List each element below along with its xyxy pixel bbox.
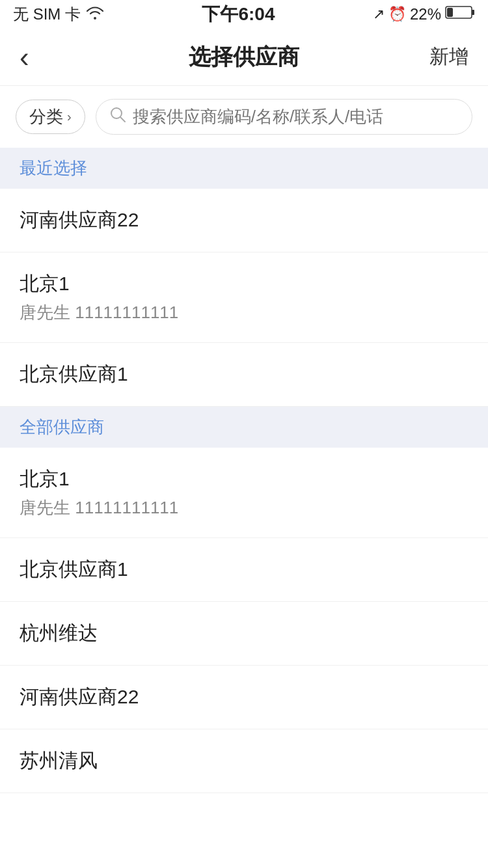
filter-row: 分类 › [0,86,488,148]
location-icon: ↗ [373,6,385,23]
item-name: 北京1 [20,271,468,297]
item-name: 北京供应商1 [20,556,468,583]
status-time: 下午6:04 [202,2,275,27]
battery-label: 22% [410,5,441,23]
recent-section-label: 最近选择 [20,158,87,178]
item-sub: 唐先生 11111111111 [20,496,468,519]
svg-rect-2 [447,8,453,17]
item-sub: 唐先生 11111111111 [20,301,468,324]
back-button[interactable]: ‹ [20,41,72,74]
list-item[interactable]: 北京1 唐先生 11111111111 [0,252,488,343]
nav-bar: ‹ 选择供应商 新增 [0,29,488,86]
search-box [96,99,472,135]
page-title: 选择供应商 [189,42,299,72]
status-bar: 无 SIM 卡 下午6:04 ↗ ⏰ 22% [0,0,488,29]
recent-section-header: 最近选择 [0,148,488,189]
all-section-label: 全部供应商 [20,417,104,437]
list-item[interactable]: 杭州维达 [0,602,488,666]
recent-items-list: 河南供应商22 北京1 唐先生 11111111111 北京供应商1 [0,189,488,407]
list-item[interactable]: 河南供应商22 [0,666,488,729]
list-item[interactable]: 北京供应商1 [0,343,488,407]
list-item[interactable]: 河南供应商22 [0,189,488,252]
new-action-button[interactable]: 新增 [416,44,468,70]
all-section-header: 全部供应商 [0,407,488,448]
alarm-icon: ⏰ [388,6,406,23]
wifi-icon [86,5,104,23]
item-name: 河南供应商22 [20,684,468,711]
category-button[interactable]: 分类 › [16,100,85,134]
search-icon [109,106,126,128]
list-item[interactable]: 苏州清风 [0,729,488,793]
status-left: 无 SIM 卡 [13,4,104,25]
list-item[interactable]: 北京1 唐先生 11111111111 [0,448,488,538]
svg-rect-1 [472,10,474,15]
item-name: 杭州维达 [20,620,468,647]
item-name: 河南供应商22 [20,207,468,234]
item-name: 北京供应商1 [20,361,468,388]
chevron-right-icon: › [67,109,72,124]
list-item[interactable]: 北京供应商1 [0,538,488,602]
svg-line-4 [120,117,125,122]
battery-icon [445,5,475,23]
item-name: 苏州清风 [20,748,468,774]
category-label: 分类 [29,105,63,128]
carrier-label: 无 SIM 卡 [13,4,81,25]
item-name: 北京1 [20,466,468,493]
status-right: ↗ ⏰ 22% [373,5,475,23]
all-items-list: 北京1 唐先生 11111111111 北京供应商1 杭州维达 河南供应商22 … [0,448,488,793]
search-input[interactable] [133,107,459,127]
